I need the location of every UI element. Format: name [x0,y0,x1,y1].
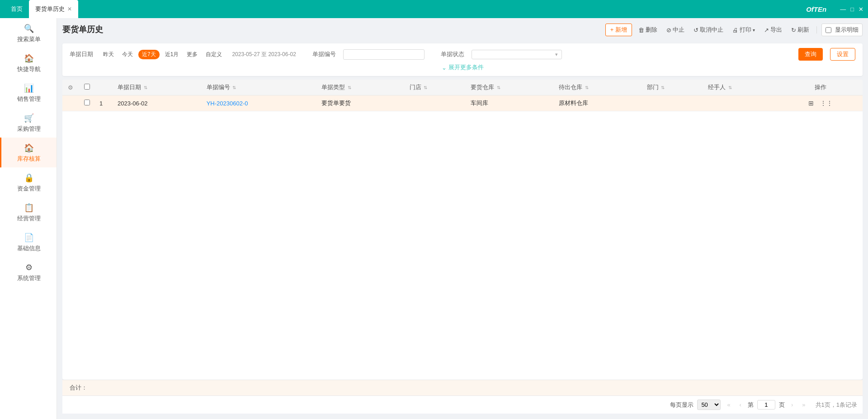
first-page-btn[interactable]: « [724,400,733,409]
show-detail-checkbox[interactable] [826,27,831,33]
per-page-select[interactable]: 10 20 50 100 [697,400,721,410]
stop-label: 中止 [673,26,684,34]
td-settings [62,95,79,111]
th-doctype-sort-icon: ⇅ [348,85,351,90]
doc-status-select[interactable]: ▾ [472,50,562,59]
delete-button[interactable]: 🗑 删除 [636,24,660,35]
sidebar: 🔍 搜索菜单 🏠 快捷导航 📊 销售管理 🛒 采购管理 🏠 库存核算 🔒 资金管… [0,18,57,419]
inventory-icon: 🏠 [24,143,34,153]
toolbar: + 新增 🗑 删除 ⊘ 中止 ↺ 取消中止 🖨 打印 ▾ [605,24,863,36]
export-label: 导出 [770,26,782,34]
th-handler[interactable]: 经手人 ⇅ [703,80,778,95]
sidebar-item-operations[interactable]: 📋 经营管理 [0,197,57,227]
tab-purchase-history-label: 要货单历史 [35,5,65,13]
row-checkbox[interactable] [84,100,90,105]
sidebar-item-finance[interactable]: 🔒 资金管理 [0,167,57,197]
stop-button[interactable]: ⊘ 中止 [664,24,687,35]
per-page-label: 每页显示 [670,401,693,409]
finance-icon: 🔒 [24,173,34,183]
doc-no-link[interactable]: YH-20230602-0 [207,100,248,107]
print-icon: 🖨 [732,27,738,33]
th-doctype[interactable]: 单据类型 ⇅ [317,80,405,95]
query-button[interactable]: 查询 [798,48,823,61]
th-checkbox [79,80,95,95]
refresh-button[interactable]: ↻ 刷新 [788,24,812,35]
th-reqwarehouse[interactable]: 要货仓库 ⇅ [466,80,554,95]
top-bar: 首页 要货单历史 ✕ OfTEn — □ ✕ [0,0,868,18]
th-reqwarehouse-label: 要货仓库 [471,84,494,90]
main-layout: 🔍 搜索菜单 🏠 快捷导航 📊 销售管理 🛒 采购管理 🏠 库存核算 🔒 资金管… [0,18,868,419]
prev-page-btn[interactable]: ‹ [737,400,744,409]
content-area: 要货单历史 + 新增 🗑 删除 ⊘ 中止 ↺ 取消中止 🖨 打印 [57,18,868,419]
doc-no-input[interactable] [343,49,425,60]
sidebar-item-system[interactable]: ⚙ 系统管理 [0,257,57,287]
next-page-btn[interactable]: › [788,400,796,409]
th-pendingwarehouse-label: 待出仓库 [559,84,582,90]
th-docno[interactable]: 单据编号 ⇅ [202,80,317,95]
sidebar-item-basicinfo-label: 基础信息 [17,244,41,252]
print-button[interactable]: 🖨 打印 ▾ [730,24,758,35]
th-store[interactable]: 门店 ⇅ [405,80,467,95]
td-index: 1 [95,95,113,111]
more-action-btn[interactable]: ⋮⋮ [818,99,835,108]
th-reqwarehouse-sort-icon: ⇅ [497,85,500,90]
th-pendingwarehouse[interactable]: 待出仓库 ⇅ [554,80,642,95]
sidebar-item-basicinfo[interactable]: 📄 基础信息 [0,227,57,257]
cancel-stop-button[interactable]: ↺ 取消中止 [691,24,726,35]
th-handler-label: 经手人 [708,84,726,90]
td-docno: YH-20230602-0 [202,95,317,111]
cancel-stop-label: 取消中止 [700,26,723,34]
operations-icon: 📋 [24,203,34,213]
date-btn-more[interactable]: 更多 [184,50,200,59]
date-btn-1month[interactable]: 近1月 [162,50,182,59]
page-number-input[interactable] [757,400,775,409]
th-department[interactable]: 部门 ⇅ [642,80,704,95]
sidebar-item-purchase[interactable]: 🛒 采购管理 [0,108,57,138]
minimize-btn[interactable]: — [840,6,846,13]
th-index [95,80,113,95]
total-label: 合计： [70,384,87,392]
view-action-btn[interactable]: ⊞ [807,99,816,108]
data-table: ⚙ 单据日期 ⇅ 单据编号 [62,80,863,111]
table-footer: 合计： [62,380,863,395]
close-btn[interactable]: ✕ [859,6,863,13]
tab-home[interactable]: 首页 [5,0,29,18]
sidebar-item-search[interactable]: 🔍 搜索菜单 [0,18,57,48]
th-date[interactable]: 单据日期 ⇅ [113,80,202,95]
tab-purchase-history[interactable]: 要货单历史 ✕ [29,0,78,18]
date-btn-yesterday[interactable]: 昨天 [100,50,117,59]
td-date: 2023-06-02 [113,95,202,111]
settings-icon[interactable]: ⚙ [68,84,73,91]
search-menu-icon: 🔍 [24,24,34,33]
sidebar-item-purchase-label: 采购管理 [17,125,41,133]
sidebar-item-sales[interactable]: 📊 销售管理 [0,78,57,108]
td-pendingwarehouse: 原材料仓库 [554,95,642,111]
sidebar-item-inventory[interactable]: 🏠 库存核算 [0,138,57,167]
tab-close-icon[interactable]: ✕ [67,6,72,12]
expand-more[interactable]: ⌄ 展开更多条件 [70,63,855,71]
doc-status-label: 单据状态 [441,50,464,58]
th-action-label: 操作 [815,84,826,90]
th-store-sort-icon: ⇅ [424,85,427,90]
doc-status-dropdown-icon: ▾ [555,52,558,57]
delete-label: 删除 [646,26,657,34]
date-btn-custom[interactable]: 自定义 [203,50,225,59]
window-controls: OfTEn — □ ✕ [806,5,863,13]
th-action: 操作 [778,80,863,95]
export-button[interactable]: ↗ 导出 [761,24,785,35]
sidebar-item-system-label: 系统管理 [17,274,41,282]
settings-button[interactable]: 设置 [830,48,855,61]
date-btn-today[interactable]: 今天 [119,50,136,59]
print-label: 打印 [740,26,751,34]
maximize-btn[interactable]: □ [850,6,854,13]
sidebar-item-quicknav[interactable]: 🏠 快捷导航 [0,48,57,78]
show-detail-checkbox-label[interactable]: 显示明细 [821,24,863,36]
select-all-checkbox[interactable] [84,84,90,90]
date-range-display: 2023-05-27 至 2023-06-02 [232,51,296,58]
last-page-btn[interactable]: » [799,400,808,409]
export-icon: ↗ [764,27,769,33]
sales-icon: 📊 [24,83,34,93]
new-button[interactable]: + 新增 [605,24,632,36]
date-btn-7days[interactable]: 近7天 [138,50,160,59]
title-toolbar-row: 要货单历史 + 新增 🗑 删除 ⊘ 中止 ↺ 取消中止 🖨 打印 [62,24,863,40]
